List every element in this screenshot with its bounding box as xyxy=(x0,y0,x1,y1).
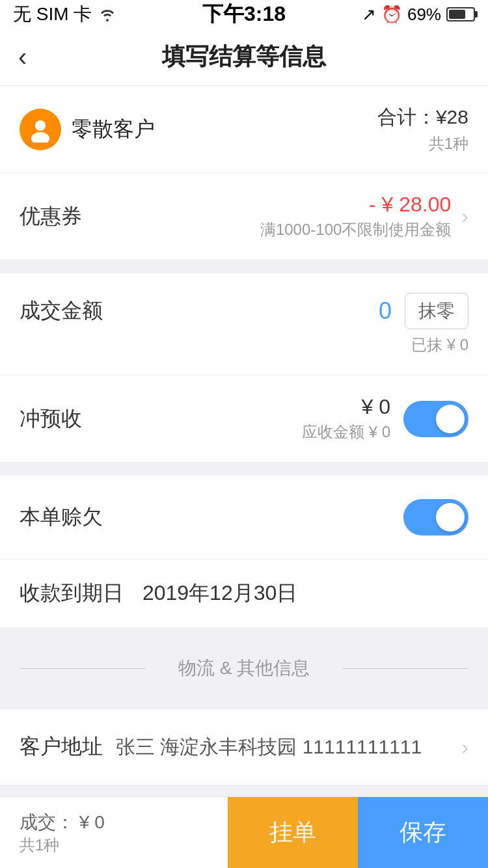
back-button[interactable]: ‹ xyxy=(18,42,27,72)
credit-label: 本单赊欠 xyxy=(20,503,103,532)
status-time: 下午3:18 xyxy=(202,0,286,29)
divider-1 xyxy=(0,260,488,273)
address-row[interactable]: 客户地址 张三 海淀永丰科技园 11111111111 › xyxy=(0,709,488,785)
divider-4 xyxy=(0,696,488,709)
prepay-value-main: ¥ 0 xyxy=(302,395,390,419)
nav-bar: ‹ 填写结算等信息 xyxy=(0,29,488,86)
carrier-text: 无 SIM 卡 xyxy=(13,2,92,27)
customer-left: 零散客户 xyxy=(20,109,155,150)
svg-point-0 xyxy=(35,120,46,131)
bottom-left: 成交： ¥ 0 共1种 xyxy=(0,810,228,856)
prepay-right: ¥ 0 应收金额 ¥ 0 xyxy=(302,395,468,442)
deal-amount-value: 0 xyxy=(379,297,392,325)
prepay-values: ¥ 0 应收金额 ¥ 0 xyxy=(302,395,390,442)
address-value: 张三 海淀永丰科技园 11111111111 xyxy=(116,734,461,761)
battery-percent: 69% xyxy=(407,5,441,25)
prepay-toggle[interactable] xyxy=(403,401,468,437)
customer-right: 合计：¥28 共1种 xyxy=(377,104,468,154)
avatar-icon xyxy=(27,116,53,142)
save-button[interactable]: 保存 xyxy=(358,797,488,869)
deal-top: 成交金额 0 抹零 xyxy=(20,293,468,329)
deal-right: 0 抹零 xyxy=(379,293,468,329)
due-label: 收款到期日 xyxy=(20,581,124,604)
coupon-value: - ¥ 28.00 满1000-100不限制使用金额 xyxy=(260,193,451,240)
bottom-bar: 成交： ¥ 0 共1种 挂单 保存 xyxy=(0,796,488,868)
address-chevron-icon: › xyxy=(461,735,468,759)
content: 零散客户 合计：¥28 共1种 优惠券 - ¥ 28.00 满1000-100不… xyxy=(0,86,488,868)
customer-row: 零散客户 合计：¥28 共1种 xyxy=(0,86,488,173)
alarm-icon: ⏰ xyxy=(381,5,402,25)
credit-toggle[interactable] xyxy=(403,499,468,536)
status-right: ↗ ⏰ 69% xyxy=(362,5,475,25)
bottom-deal-count: 共1种 xyxy=(20,835,208,856)
divider-3 xyxy=(0,627,488,640)
deal-sub: 已抹 ¥ 0 xyxy=(20,334,468,355)
customer-count: 共1种 xyxy=(377,133,468,154)
deal-amount-row: 成交金额 0 抹零 已抹 ¥ 0 xyxy=(0,273,488,375)
prepay-label: 冲预收 xyxy=(20,405,82,433)
location-icon: ↗ xyxy=(362,5,376,25)
customer-name: 零散客户 xyxy=(72,115,155,144)
chevron-right-icon: › xyxy=(461,204,468,228)
bottom-deal-label: 成交： ¥ 0 xyxy=(20,810,208,835)
prepay-value-sub: 应收金额 ¥ 0 xyxy=(302,422,390,442)
hang-button[interactable]: 挂单 xyxy=(228,797,358,869)
due-date-value: 2019年12月30日 xyxy=(142,581,297,604)
due-date-row: 收款到期日 2019年12月30日 xyxy=(0,559,488,627)
status-bar: 无 SIM 卡 下午3:18 ↗ ⏰ 69% xyxy=(0,0,488,29)
coupon-sub: 满1000-100不限制使用金额 xyxy=(260,219,451,240)
customer-total: 合计：¥28 xyxy=(377,104,468,131)
coupon-row[interactable]: 优惠券 - ¥ 28.00 满1000-100不限制使用金额 › xyxy=(0,173,488,260)
battery-fill xyxy=(449,10,465,19)
bottom-deal-amount: ¥ 0 xyxy=(79,812,105,832)
bottom-deal-label-text: 成交： xyxy=(20,812,74,832)
due-content: 收款到期日 2019年12月30日 xyxy=(20,579,468,608)
status-left: 无 SIM 卡 xyxy=(13,2,116,27)
divider-2 xyxy=(0,463,488,476)
address-label: 客户地址 xyxy=(20,733,103,761)
coupon-discount: - ¥ 28.00 xyxy=(260,193,451,217)
deal-label: 成交金额 xyxy=(20,297,103,325)
battery-icon xyxy=(446,7,475,21)
prepay-row: 冲预收 ¥ 0 应收金额 ¥ 0 xyxy=(0,375,488,463)
coupon-right: - ¥ 28.00 满1000-100不限制使用金额 › xyxy=(260,193,468,240)
logistics-label-text: 物流 & 其他信息 xyxy=(178,656,310,681)
customer-avatar xyxy=(20,109,61,150)
wipe-zero-button[interactable]: 抹零 xyxy=(405,293,468,329)
nav-title: 填写结算等信息 xyxy=(162,41,326,73)
logistics-section-label: 物流 & 其他信息 xyxy=(0,640,488,696)
svg-point-1 xyxy=(31,132,49,142)
wifi-icon xyxy=(98,7,116,21)
coupon-label: 优惠券 xyxy=(20,202,82,231)
credit-row: 本单赊欠 xyxy=(0,476,488,559)
